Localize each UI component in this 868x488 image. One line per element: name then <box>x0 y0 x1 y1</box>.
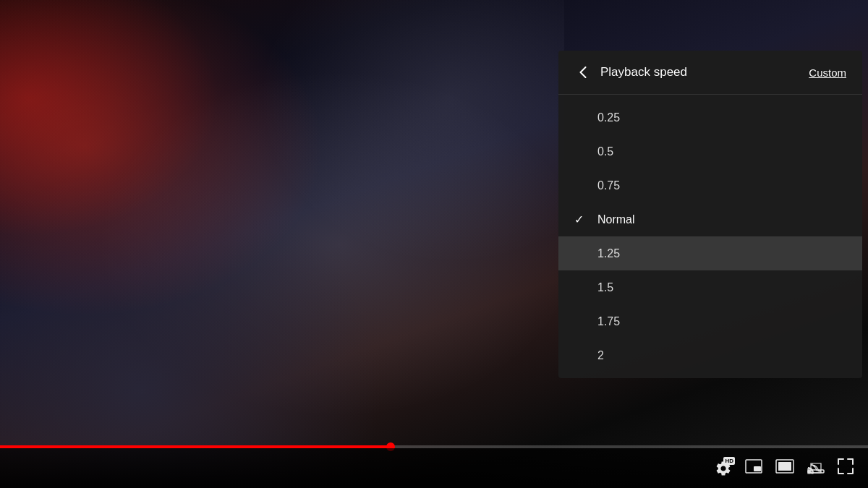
speed-option-125[interactable]: ✓1.25 <box>558 236 862 270</box>
miniplayer-button[interactable] <box>745 459 762 478</box>
speed-label: 1.75 <box>597 315 846 328</box>
check-icon: ✓ <box>574 213 589 226</box>
cast-button[interactable] <box>807 458 825 479</box>
panel-title: Playback speed <box>600 65 800 80</box>
svg-rect-1 <box>754 466 761 471</box>
speed-label: Normal <box>597 213 846 226</box>
speed-label: 2 <box>597 349 846 362</box>
speed-option-05[interactable]: ✓0.5 <box>558 134 862 168</box>
back-button[interactable] <box>574 64 592 81</box>
theater-mode-button[interactable] <box>775 459 794 478</box>
svg-rect-3 <box>778 462 791 471</box>
panel-header: Playback speed Custom <box>558 51 862 95</box>
speed-label: 0.5 <box>597 145 846 158</box>
speed-list: ✓0.25✓0.5✓0.75✓Normal✓1.25✓1.5✓1.75✓2 <box>558 95 862 378</box>
speed-label: 0.75 <box>597 179 846 192</box>
custom-link[interactable]: Custom <box>809 67 846 79</box>
playback-speed-panel: Playback speed Custom ✓0.25✓0.5✓0.75✓Nor… <box>558 51 862 378</box>
speed-label: 1.5 <box>597 281 846 294</box>
speed-label: 1.25 <box>597 247 846 260</box>
fullscreen-button[interactable] <box>838 458 854 479</box>
settings-hd-button[interactable]: HD <box>715 460 732 477</box>
speed-option-2[interactable]: ✓2 <box>558 338 862 372</box>
speed-option-normal[interactable]: ✓Normal <box>558 202 862 236</box>
speed-label: 0.25 <box>597 111 846 124</box>
speed-option-15[interactable]: ✓1.5 <box>558 270 862 304</box>
hd-badge: HD <box>723 457 735 465</box>
bottom-bar: HD <box>0 448 868 488</box>
scene-overlay <box>0 0 564 488</box>
speed-option-025[interactable]: ✓0.25 <box>558 100 862 134</box>
speed-option-175[interactable]: ✓1.75 <box>558 304 862 338</box>
speed-option-075[interactable]: ✓0.75 <box>558 168 862 202</box>
